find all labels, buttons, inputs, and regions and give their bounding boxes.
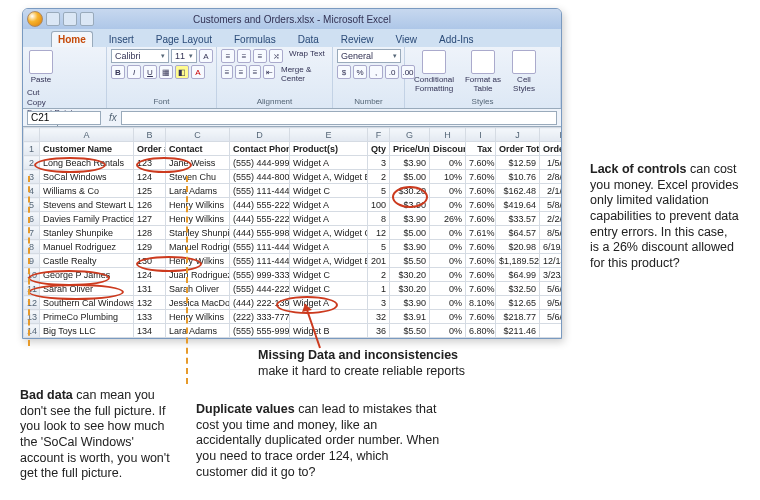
paste-button[interactable]: Paste [27, 49, 55, 85]
comma-icon[interactable]: , [369, 65, 383, 79]
align-center-icon[interactable]: ≡ [235, 65, 247, 79]
cell[interactable]: George P James [40, 268, 134, 282]
cell[interactable]: 134 [134, 324, 166, 338]
cell[interactable]: 8/5/1999 [540, 226, 563, 240]
cell[interactable]: 36 [368, 324, 390, 338]
cell[interactable]: 7.60% [466, 212, 496, 226]
cell[interactable]: 7.60% [466, 310, 496, 324]
cell[interactable]: (555) 555-9999 [230, 324, 290, 338]
cell[interactable]: 1/5/2008 [540, 156, 563, 170]
cell[interactable]: $419.64 [496, 198, 540, 212]
cell[interactable]: 6/19/2001 [540, 240, 563, 254]
cell[interactable]: Manuel Rodriguez [166, 240, 230, 254]
formula-input[interactable] [121, 111, 557, 125]
italic-button[interactable]: I [127, 65, 141, 79]
cell[interactable]: 7.60% [466, 156, 496, 170]
tab-page-layout[interactable]: Page Layout [150, 32, 218, 47]
cell[interactable]: 7.61% [466, 226, 496, 240]
row-header[interactable]: 6 [24, 212, 40, 226]
name-box[interactable]: C21 [27, 111, 101, 125]
cell[interactable]: 129 [134, 240, 166, 254]
cell[interactable]: 8 [368, 212, 390, 226]
cell[interactable]: Davies Family Practice [40, 212, 134, 226]
tab-data[interactable]: Data [292, 32, 325, 47]
cell[interactable]: 3 [368, 296, 390, 310]
cell[interactable]: 7.60% [466, 198, 496, 212]
cell[interactable]: $30.20 [390, 184, 430, 198]
cell[interactable]: 2/2/1998 [540, 212, 563, 226]
cell[interactable]: (444) 555-9981 [230, 226, 290, 240]
cell[interactable]: 0% [430, 282, 466, 296]
orientation-icon[interactable]: ⤭ [269, 49, 283, 63]
col-J[interactable]: J [496, 128, 540, 142]
cell[interactable]: 124 [134, 268, 166, 282]
cell[interactable]: (444) 555-2222 [230, 198, 290, 212]
cell[interactable]: 131 [134, 282, 166, 296]
cell[interactable]: (222) 333-7777 [230, 310, 290, 324]
cell[interactable]: 125 [134, 184, 166, 198]
col-D[interactable]: D [230, 128, 290, 142]
cell[interactable]: SoCal Windows [40, 170, 134, 184]
cell[interactable]: 26% [430, 212, 466, 226]
cell[interactable]: Williams & Co [40, 184, 134, 198]
header-cell[interactable]: Tax [466, 142, 496, 156]
cell[interactable]: Stanley Shunpike [166, 226, 230, 240]
number-format-combo[interactable]: General▾ [337, 49, 401, 63]
cell[interactable]: 7.60% [466, 240, 496, 254]
cell[interactable]: $20.98 [496, 240, 540, 254]
cell[interactable]: (555) 999-3333 [230, 268, 290, 282]
cell[interactable]: Henry Wilkins [166, 310, 230, 324]
row-header[interactable]: 12 [24, 296, 40, 310]
cell[interactable]: $3.90 [390, 198, 430, 212]
cell[interactable]: Lara Adams [166, 184, 230, 198]
header-cell[interactable]: Qty [368, 142, 390, 156]
cell[interactable]: $3.90 [390, 296, 430, 310]
row-header[interactable]: 4 [24, 184, 40, 198]
cell[interactable]: 127 [134, 212, 166, 226]
cell[interactable]: $5.00 [390, 170, 430, 184]
header-cell[interactable]: Order # [134, 142, 166, 156]
cell[interactable]: (555) 111-4444 [230, 240, 290, 254]
col-B[interactable]: B [134, 128, 166, 142]
font-size-combo[interactable]: 11▾ [171, 49, 197, 63]
merge-center-button[interactable]: Merge & Center [281, 65, 328, 83]
cell[interactable]: 5/6/2009 [540, 282, 563, 296]
cell[interactable]: Henry Wilkins [166, 254, 230, 268]
col-E[interactable]: E [290, 128, 368, 142]
spreadsheet-grid[interactable]: ABCDEFGHIJK 1Customer NameOrder #Contact… [23, 127, 561, 338]
cell[interactable]: 32 [368, 310, 390, 324]
cell[interactable]: $30.20 [390, 268, 430, 282]
row-header[interactable]: 7 [24, 226, 40, 240]
cell[interactable]: 9/5/2006 [540, 296, 563, 310]
header-cell[interactable]: Order Date [540, 142, 563, 156]
header-cell[interactable]: Order Total [496, 142, 540, 156]
select-all-corner[interactable] [24, 128, 40, 142]
cell[interactable]: 1 [368, 282, 390, 296]
cell[interactable]: 0% [430, 254, 466, 268]
header-cell[interactable]: Customer Name [40, 142, 134, 156]
cell[interactable]: Stanley Shunpike [40, 226, 134, 240]
cell[interactable]: PrimeCo Plumbing [40, 310, 134, 324]
cell[interactable]: Widget A, Widget B [290, 170, 368, 184]
cell[interactable]: 10% [430, 170, 466, 184]
cell[interactable]: 128 [134, 226, 166, 240]
cell[interactable]: Stevens and Stewart LLC [40, 198, 134, 212]
cell[interactable]: 201 [368, 254, 390, 268]
cell[interactable]: 7.60% [466, 254, 496, 268]
align-top-icon[interactable]: ≡ [221, 49, 235, 63]
cell[interactable]: Widget A [290, 296, 368, 310]
cell[interactable]: 7.60% [466, 268, 496, 282]
tab-home[interactable]: Home [51, 31, 93, 47]
row-header[interactable]: 3 [24, 170, 40, 184]
align-left-icon[interactable]: ≡ [221, 65, 233, 79]
row-header[interactable]: 1 [24, 142, 40, 156]
cell[interactable]: 0% [430, 268, 466, 282]
cell[interactable]: Widget C [290, 268, 368, 282]
conditional-formatting-button[interactable]: Conditional Formatting [409, 49, 459, 94]
cell[interactable]: 0% [430, 324, 466, 338]
align-bottom-icon[interactable]: ≡ [253, 49, 267, 63]
header-cell[interactable]: Contact [166, 142, 230, 156]
cell[interactable]: $64.99 [496, 268, 540, 282]
row-header[interactable]: 14 [24, 324, 40, 338]
tab-formulas[interactable]: Formulas [228, 32, 282, 47]
